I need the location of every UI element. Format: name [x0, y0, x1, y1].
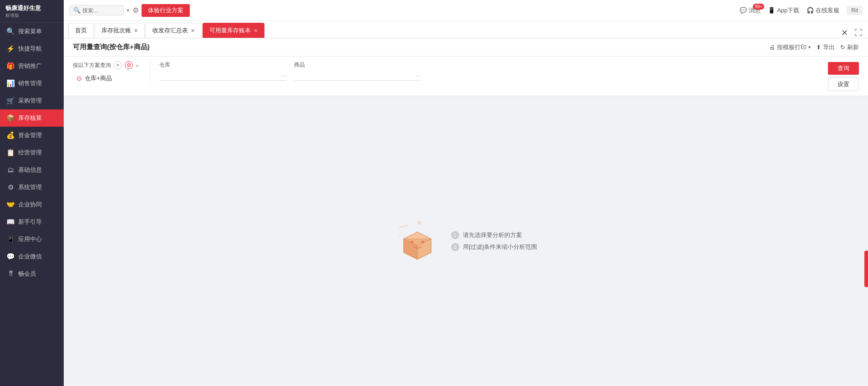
sidebar-item-operations[interactable]: 📋经营管理 — [0, 144, 64, 161]
sidebar-label-basic: 基础信息 — [18, 166, 42, 174]
sidebar-icon-finance: 💰 — [6, 131, 15, 139]
content-area: 可用量查询(按仓库+商品) 🖨 按模板打印 ▾ ⬆ 导出 ↻ 刷新 — [64, 38, 868, 386]
refresh-action[interactable]: ↻ 刷新 — [840, 43, 859, 51]
user-avatar[interactable]: Rit — [847, 6, 863, 15]
sidebar-logo: 畅康通好生意 标准版 — [0, 0, 64, 23]
sidebar-item-vip[interactable]: 🎖畅会员 — [0, 265, 64, 283]
sidebar-icon-cooperation: 🤝 — [6, 201, 15, 209]
sidebar-label-shortcut: 快捷导航 — [18, 45, 42, 53]
sidebar-scroll: 🔍搜索菜单⚡快捷导航🎁营销推广📊销售管理🛒采购管理📦库存核算💰资金管理📋经营管理… — [0, 23, 64, 386]
sidebar-item-search[interactable]: 🔍搜索菜单 — [0, 23, 64, 40]
tab-close-receipt_summary[interactable]: ✕ — [191, 28, 195, 34]
sidebar-item-purchase[interactable]: 🛒采购管理 — [0, 92, 64, 109]
tab-home[interactable]: 首页 — [68, 23, 94, 38]
query-btn[interactable]: 查询 — [828, 62, 859, 75]
sidebar-icon-shortcut: ⚡ — [6, 45, 15, 53]
headset-icon: 🎧 — [807, 7, 814, 14]
svg-line-6 — [399, 225, 408, 227]
sidebar-label-vip: 畅会员 — [18, 270, 36, 278]
app-name: 畅康通好生意 — [5, 5, 58, 12]
export-label: 导出 — [823, 43, 835, 51]
refresh-icon: ↻ — [840, 44, 845, 51]
sidebar-label-system: 系统管理 — [18, 183, 42, 191]
tabs-bar: 首页库存批次账✕收发存汇总表✕可用量库存账本✕ ✕ ⛶ — [64, 21, 868, 38]
topbar-gear-icon[interactable]: ⚙ — [132, 6, 139, 15]
sidebar-item-marketing_promo[interactable]: 🎁营销推广 — [0, 57, 64, 75]
filter-field-warehouse: 仓库 ··· — [159, 61, 287, 81]
tip-num-2: 2 — [451, 243, 459, 251]
right-scrollbar — [864, 251, 868, 287]
warehouse-label: 仓库 — [159, 61, 287, 69]
message-icon: 💬 — [740, 7, 747, 14]
sidebar-item-cooperation[interactable]: 🤝企业协同 — [0, 196, 64, 213]
filter-option-warehouse-goods[interactable]: ⊙ 仓库+商品 — [73, 72, 144, 85]
query-actions: 查询 设置 — [828, 61, 859, 91]
expand-tab-btn[interactable]: ⛶ — [853, 28, 864, 38]
empty-tip-1: 1 请先选择要分析的方案 — [451, 231, 537, 239]
message-item[interactable]: 💬 消息 99+ — [740, 6, 761, 15]
sidebar-icon-operations: 📋 — [6, 149, 15, 157]
filter-section-label: 按以下方案查询 + ⚙ « — [73, 61, 144, 69]
tip-text-1: 请先选择要分析的方案 — [463, 231, 522, 239]
sidebar-label-operations: 经营管理 — [18, 149, 42, 157]
app-download-item[interactable]: 📱 App下载 — [768, 6, 799, 15]
sidebar-item-basic[interactable]: 🗂基础信息 — [0, 161, 64, 179]
tab-batch[interactable]: 库存批次账✕ — [95, 23, 145, 38]
sidebar-item-newbie[interactable]: 📖新手引导 — [0, 213, 64, 231]
industry-btn[interactable]: 体验行业方案 — [142, 4, 190, 17]
sidebar-label-marketing_promo: 营销推广 — [18, 62, 42, 70]
sidebar-icon-inventory: 📦 — [6, 114, 15, 122]
tab-label-available_ledger: 可用量库存账本 — [209, 26, 251, 35]
sidebar-item-system[interactable]: ⚙系统管理 — [0, 179, 64, 196]
sidebar-item-inventory[interactable]: 📦库存核算 — [0, 109, 64, 127]
app-download-label: App下载 — [777, 6, 799, 15]
print-label: 按模板打印 — [777, 43, 807, 51]
sidebar-icon-marketing_promo: 🎁 — [6, 62, 15, 70]
sidebar-item-sales[interactable]: 📊销售管理 — [0, 75, 64, 92]
print-template-action[interactable]: 🖨 按模板打印 ▾ — [769, 43, 811, 51]
topbar-right: 💬 消息 99+ 📱 App下载 🎧 在线客服 Rit — [740, 6, 863, 15]
warehouse-more-btn[interactable]: ··· — [281, 72, 287, 79]
export-action[interactable]: ⬆ 导出 — [816, 43, 835, 51]
topbar-search-box[interactable]: 🔍 — [69, 5, 124, 15]
tab-close-batch[interactable]: ✕ — [134, 28, 138, 34]
goods-input[interactable] — [294, 72, 414, 79]
tab-close-available_ledger[interactable]: ✕ — [254, 28, 258, 34]
topbar-search-input[interactable] — [82, 7, 119, 14]
sidebar-icon-wechat: 💬 — [6, 252, 15, 261]
tab-label-home: 首页 — [75, 26, 87, 35]
topbar: 🔍 ▾ ⚙ 体验行业方案 💬 消息 99+ 📱 App下载 🎧 在线客服 Rit — [64, 0, 868, 21]
sidebar-icon-sales: 📊 — [6, 79, 15, 87]
topbar-dropdown-icon[interactable]: ▾ — [127, 7, 130, 14]
sidebar-label-newbie: 新手引导 — [18, 218, 42, 226]
warehouse-goods-icon: ⊙ — [76, 75, 82, 82]
filter-settings-icon[interactable]: ⚙ — [125, 61, 133, 69]
sidebar-label-cooperation: 企业协同 — [18, 201, 42, 209]
filter-add-btn[interactable]: + — [114, 61, 122, 69]
settings-btn[interactable]: 设置 — [828, 77, 859, 91]
warehouse-input-wrap[interactable]: ··· — [159, 71, 287, 81]
svg-point-4 — [411, 241, 413, 243]
filter-collapse-btn[interactable]: « — [136, 62, 139, 69]
tip-text-2: 用[过滤]条件来缩小分析范围 — [463, 243, 537, 251]
sidebar-label-wechat: 企业微信 — [18, 252, 42, 261]
tabs-right: ✕ ⛶ — [839, 28, 868, 38]
goods-more-btn[interactable]: ··· — [416, 72, 421, 79]
sidebar-icon-newbie: 📖 — [6, 218, 15, 226]
sidebar-item-app_center[interactable]: 📱应用中心 — [0, 231, 64, 248]
tab-receipt_summary[interactable]: 收发存汇总表✕ — [146, 23, 202, 38]
tab-available_ledger[interactable]: 可用量库存账本✕ — [203, 23, 264, 38]
warehouse-input[interactable] — [159, 72, 279, 79]
sidebar-item-wechat[interactable]: 💬企业微信 — [0, 248, 64, 265]
sidebar-item-shortcut[interactable]: ⚡快捷导航 — [0, 40, 64, 57]
close-tab-btn[interactable]: ✕ — [839, 28, 850, 38]
tab-label-receipt_summary: 收发存汇总表 — [152, 26, 188, 35]
topbar-left: 🔍 ▾ ⚙ 体验行业方案 — [69, 4, 736, 17]
sidebar-item-finance[interactable]: 💰资金管理 — [0, 127, 64, 144]
tab-label-batch: 库存批次账 — [102, 26, 131, 35]
filter-field-goods: 商品 ··· — [294, 61, 421, 81]
sidebar: 畅康通好生意 标准版 🔍搜索菜单⚡快捷导航🎁营销推广📊销售管理🛒采购管理📦库存核… — [0, 0, 64, 386]
goods-input-wrap[interactable]: ··· — [294, 71, 421, 81]
customer-service-item[interactable]: 🎧 在线客服 — [807, 6, 839, 15]
empty-tips: 1 请先选择要分析的方案 2 用[过滤]条件来缩小分析范围 — [451, 231, 537, 251]
